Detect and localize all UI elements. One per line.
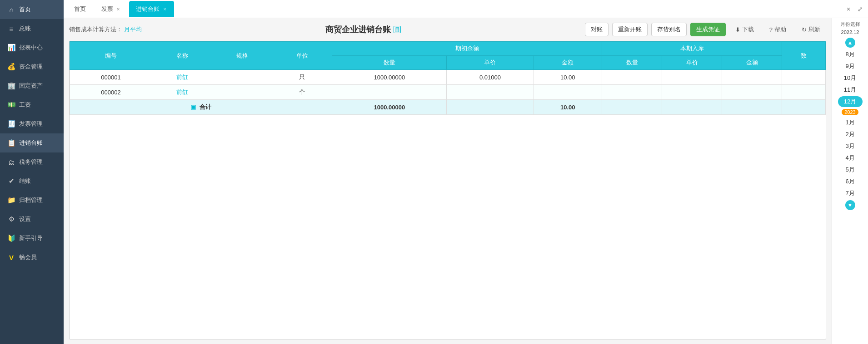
sidebar-item-assets[interactable]: 🏢 固定资产 <box>0 76 64 95</box>
total-in-amount <box>722 100 782 115</box>
month-item-2023-2[interactable]: 2月 <box>838 129 863 140</box>
sidebar-item-reports[interactable]: 📊 报表中心 <box>0 38 64 57</box>
stock-ledger-icon: 📋 <box>7 139 15 147</box>
month-panel-title: 月份选择 <box>840 21 860 28</box>
in-price-header: 单价 <box>662 56 722 70</box>
total-row: ▣ 合计 1000.00000 10.00 <box>70 100 826 115</box>
sidebar-item-ledger[interactable]: ≡ 总账 <box>0 19 64 38</box>
sidebar-item-label: 首页 <box>19 5 31 14</box>
sidebar-item-label: 税务管理 <box>19 158 43 166</box>
col-unit-header: 单位 <box>272 42 332 70</box>
cost-method-label: 销售成本计算方法： <box>69 26 122 33</box>
in-amount-header: 金额 <box>722 56 782 70</box>
row2-id: 000002 <box>70 85 152 100</box>
reports-icon: 📊 <box>7 44 15 52</box>
cost-method-value: 月平均 <box>124 26 142 33</box>
col-id-header: 编号 <box>70 42 152 70</box>
download-icon: ⬇ <box>735 26 740 33</box>
month-item-2023-3[interactable]: 3月 <box>838 141 863 152</box>
row1-spec <box>212 70 272 85</box>
total-opening-qty: 1000.00000 <box>332 100 447 115</box>
row2-opening-qty <box>332 85 447 100</box>
page-content: 销售成本计算方法： 月平均 商贸企业进销台账 目 对账 重新开账 存货别名 生成… <box>64 18 832 344</box>
title-info-icon[interactable]: 目 <box>394 26 401 33</box>
row1-in-amount <box>722 70 782 85</box>
year-2022-label: 2022.12 <box>841 29 859 35</box>
reconcile-button[interactable]: 对账 <box>585 23 609 36</box>
generate-voucher-button[interactable]: 生成凭证 <box>690 23 726 36</box>
row2-last <box>782 85 826 100</box>
tab-stock-ledger[interactable]: 进销台账 × <box>129 1 174 17</box>
month-item-2023-6[interactable]: 6月 <box>838 176 863 187</box>
window-maximize-button[interactable]: ⤢ <box>856 5 864 13</box>
toolbar: 销售成本计算方法： 月平均 商贸企业进销台账 目 对账 重新开账 存货别名 生成… <box>69 23 826 36</box>
reopen-button[interactable]: 重新开账 <box>612 23 648 36</box>
sidebar: ⌂ 首页 ≡ 总账 📊 报表中心 💰 资金管理 🏢 固定资产 💵 工资 🧾 发票… <box>0 0 64 344</box>
tab-home[interactable]: 首页 <box>67 1 93 17</box>
opening-price-header: 单价 <box>447 56 534 70</box>
row1-in-price <box>662 70 722 85</box>
row2-opening-price <box>447 85 534 100</box>
sidebar-item-tax[interactable]: 🗂 税务管理 <box>0 152 64 172</box>
month-item-12[interactable]: 12月 <box>838 96 863 107</box>
row2-in-price <box>662 85 722 100</box>
tab-home-label: 首页 <box>74 5 86 13</box>
sidebar-item-label: 归档管理 <box>19 196 43 204</box>
total-label: ▣ 合计 <box>70 100 332 115</box>
home-icon: ⌂ <box>7 6 15 14</box>
table-row[interactable]: 000001 前缸 只 1000.00000 0.01000 10.00 <box>70 70 826 85</box>
help-button[interactable]: ? 帮助 <box>763 23 792 36</box>
month-item-10[interactable]: 10月 <box>838 73 863 84</box>
row2-spec <box>212 85 272 100</box>
page-title: 商贸企业进销台账 <box>325 24 391 35</box>
stock-table: 编号 名称 规格 单位 期初余额 本期入库 数 数量 单价 金额 数 <box>70 41 826 115</box>
year-2023-tag: 2023 <box>842 109 858 115</box>
sidebar-item-funds[interactable]: 💰 资金管理 <box>0 57 64 76</box>
month-scroll-up[interactable]: ▲ <box>845 38 855 48</box>
month-item-9[interactable]: 9月 <box>838 61 863 72</box>
stock-table-container[interactable]: 编号 名称 规格 单位 期初余额 本期入库 数 数量 单价 金额 数 <box>69 41 826 339</box>
sidebar-item-checkout[interactable]: ✔ 结账 <box>0 172 64 191</box>
checkout-icon: ✔ <box>7 177 15 185</box>
row2-unit: 个 <box>272 85 332 100</box>
help-icon: ? <box>769 26 773 33</box>
cost-method: 销售成本计算方法： 月平均 <box>69 25 142 34</box>
month-scroll-down[interactable]: ▼ <box>845 200 855 210</box>
refresh-button[interactable]: ↻ 刷新 <box>796 23 826 36</box>
guide-icon: 🔰 <box>7 234 15 242</box>
sidebar-item-invoice-mgmt[interactable]: 🧾 发票管理 <box>0 114 64 133</box>
sidebar-item-label: 结账 <box>19 177 31 185</box>
tab-stock-ledger-close[interactable]: × <box>162 6 167 12</box>
table-row[interactable]: 000002 前缸 个 <box>70 85 826 100</box>
row1-in-qty <box>602 70 662 85</box>
main-area: 首页 发票 × 进销台账 × × ⤢ 销售成本计算方法： 月平均 <box>64 0 868 344</box>
month-item-2023-1[interactable]: 1月 <box>838 117 863 128</box>
sidebar-item-stock-ledger[interactable]: 📋 进销台账 <box>0 133 64 152</box>
month-item-11[interactable]: 11月 <box>838 84 863 95</box>
sidebar-item-guide[interactable]: 🔰 新手引导 <box>0 229 64 248</box>
current-in-header: 本期入库 <box>602 42 782 56</box>
month-item-2023-7[interactable]: 7月 <box>838 188 863 199</box>
tab-invoice-label: 发票 <box>101 5 113 13</box>
sidebar-item-salary[interactable]: 💵 工资 <box>0 95 64 114</box>
total-last <box>782 100 826 115</box>
sidebar-item-vip[interactable]: V 畅会员 <box>0 248 64 267</box>
tab-invoice[interactable]: 发票 × <box>95 1 127 17</box>
save-alias-button[interactable]: 存货别名 <box>651 23 687 36</box>
page-title-area: 商贸企业进销台账 目 <box>325 24 401 35</box>
funds-icon: 💰 <box>7 63 15 71</box>
invoice-icon: 🧾 <box>7 120 15 128</box>
sidebar-item-archive[interactable]: 📁 归档管理 <box>0 191 64 210</box>
sidebar-item-settings[interactable]: ⚙ 设置 <box>0 210 64 229</box>
ledger-icon: ≡ <box>7 25 15 33</box>
opening-amount-header: 金额 <box>534 56 602 70</box>
month-item-2023-4[interactable]: 4月 <box>838 152 863 163</box>
row1-opening-price: 0.01000 <box>447 70 534 85</box>
download-button[interactable]: ⬇ 下载 <box>729 23 760 36</box>
month-item-8[interactable]: 8月 <box>838 49 863 60</box>
month-item-2023-5[interactable]: 5月 <box>838 164 863 175</box>
tab-invoice-close[interactable]: × <box>116 6 120 12</box>
row2-in-qty <box>602 85 662 100</box>
sidebar-item-home[interactable]: ⌂ 首页 <box>0 0 64 19</box>
window-close-button[interactable]: × <box>844 5 853 13</box>
